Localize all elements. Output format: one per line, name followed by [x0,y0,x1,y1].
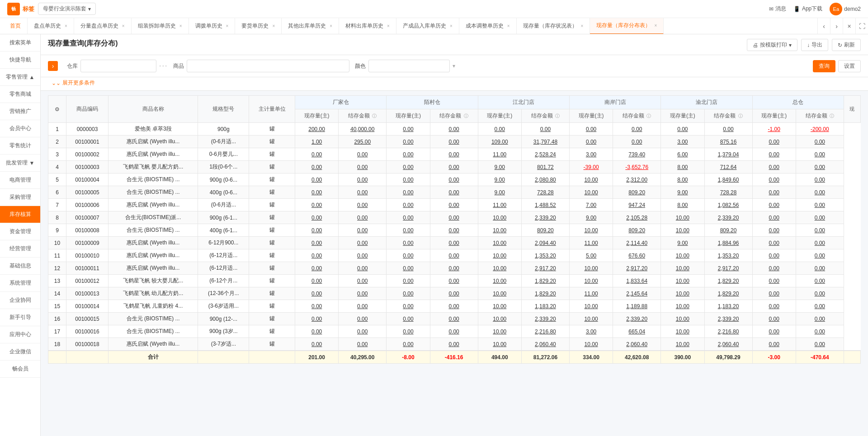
sidebar-item-basic[interactable]: 基础信息 [0,258,40,275]
th-yubei-amt: 结存金额 ⓘ [704,109,752,123]
tab-qita[interactable]: 其他出库单历史 × [282,18,339,34]
close-icon[interactable]: × [179,23,182,28]
warehouse-input[interactable] [80,60,156,72]
tab-pandian[interactable]: 盘点单历史 × [28,18,74,34]
th-factory-qty: 现存量(主) [295,109,338,123]
main-layout: 搜索英单 快捷导航 零售管理 ▲ 零售商城 营销推广 会员中心 零售统计 批发管… [0,34,868,436]
sidebar-item-member[interactable]: 会员中心 [0,120,40,137]
sidebar-item-operations[interactable]: 经营管理 [0,240,40,258]
sidebar-item-purchase[interactable]: 采购管理 [0,189,40,206]
nav-tabs: 首页 盘点单历史 × 分量盘点单历史 × 组装拆卸单历史 × 调拨单历史 × 要… [0,18,868,34]
sidebar-item-wholesale[interactable]: 批发管理 ▼ [0,155,40,172]
footer-total-amt: -470.64 [796,351,844,364]
nav-left-btn[interactable]: ‹ [817,18,830,34]
tab-zuzhuang[interactable]: 组装拆卸单历史 × [132,18,189,34]
tab-cailiao[interactable]: 材料出库单历史 × [339,18,396,34]
sidebar-item-nav[interactable]: 快捷导航 [0,52,40,69]
page-header-actions: 🖨 按模版打印 ▾ ↓ 导出 ↻ 刷新 [747,39,861,55]
nav-expand-btn[interactable]: ⛶ [855,18,868,34]
nav-right-btn[interactable]: › [830,18,843,34]
sidebar-item-search[interactable]: 搜索英单 [0,34,40,52]
table-row: 10000003爱他美 卓萃3段900g罐200.0040,000.000.00… [48,123,861,136]
tab-kucun-dist[interactable]: 现存量（库存分布表） × [590,18,664,34]
th-spec: 规格型号 [198,96,249,123]
print-btn[interactable]: 🖨 按模版打印 ▾ [747,39,797,51]
table-row: 300100002惠氏启赋 (Wyeth illu...0-6月婴儿...罐0.… [48,148,861,161]
industry-selector[interactable]: 母婴行业演示陈套 ▾ [38,3,96,15]
footer-yubei-amt: 49,798.29 [704,351,752,364]
page-title: 现存量查询(库存分布) [48,39,118,48]
settings-btn[interactable]: 设置 [838,60,861,72]
sidebar-item-finance[interactable]: 资金管理 [0,223,40,240]
query-btn[interactable]: 查询 [813,60,835,72]
footer-mucun-qty: -8.00 [387,351,430,364]
tab-home[interactable]: 首页 [4,18,28,34]
sidebar-item-mall[interactable]: 零售商城 [0,86,40,103]
close-icon[interactable]: × [387,23,390,28]
color-input[interactable] [368,60,450,72]
tab-kucun-status[interactable]: 现存量（库存状况表） × [517,18,590,34]
close-icon[interactable]: × [65,23,67,28]
sidebar-item-collab[interactable]: 企业协同 [0,292,40,309]
table-row: 700100006惠氏启赋 (Wyeth illu...(0-6月适...罐0.… [48,199,861,211]
sidebar-item-ecommerce[interactable]: 电商管理 [0,172,40,189]
table-row: 1200100011惠氏启赋 (Wyeth illu...(6-12月适...罐… [48,262,861,275]
goods-label: 商品 [173,62,184,70]
close-icon[interactable]: × [122,23,125,28]
table-row: 600100005合生元 (BIOSTIME) ...400g (0-6...罐… [48,186,861,199]
close-icon[interactable]: × [226,23,229,28]
sidebar-item-wechat[interactable]: 企业微信 [0,343,40,361]
th-nanan-amt: 结存金额 ⓘ [613,109,661,123]
footer-factory-qty: 201.00 [295,351,338,364]
close-icon[interactable]: × [330,23,332,28]
download-icon: 📱 [793,6,800,12]
tab-chengpin[interactable]: 产成品入库单历史 × [396,18,459,34]
app-download-btn[interactable]: 📱 App下载 [793,5,822,13]
sidebar: 搜索英单 快捷导航 零售管理 ▲ 零售商城 营销推广 会员中心 零售统计 批发管… [0,34,41,436]
close-icon[interactable]: × [507,23,510,28]
refresh-btn[interactable]: ↻ 刷新 [832,39,861,51]
sidebar-item-member2[interactable]: 畅会员 [0,361,40,378]
chevron-icon: ▼ [29,160,35,166]
close-icon[interactable]: × [654,23,657,28]
tab-yaohuo[interactable]: 要货单历史 × [235,18,282,34]
tab-chengben[interactable]: 成本调整单历史 × [459,18,517,34]
footer-nanan-qty: 334.00 [569,351,613,364]
footer-nanan-amt: 42,620.08 [613,351,661,364]
logo-area: 畅 标签 [7,3,34,15]
th-current: 现 [844,96,860,123]
close-icon[interactable]: × [272,23,275,28]
expand-conditions[interactable]: ⌄⌄ 展开更多条件 [52,79,95,87]
message-icon: ✉ [769,6,774,12]
close-icon[interactable]: × [450,23,453,28]
user-menu[interactable]: Ea demo2 [830,3,861,15]
sidebar-item-retail-stat[interactable]: 零售统计 [0,137,40,155]
page-header: 现存量查询(库存分布) 🖨 按模版打印 ▾ ↓ 导出 ↻ 刷新 [41,34,868,55]
sidebar-item-guide[interactable]: 新手引导 [0,309,40,326]
message-btn[interactable]: ✉ 消息 [769,5,786,13]
th-jiangbei-amt: 结存金额 ⓘ [521,109,569,123]
collapse-btn[interactable]: › [48,61,58,71]
table-row: 500100004合生元 (BIOSTIME) ...900g (0-6...罐… [48,173,861,186]
sidebar-item-inventory[interactable]: 库存核算 [0,206,40,223]
table-row: 1800100018惠氏启赋 (Wyeth illu...(3-7岁适...罐0… [48,338,861,351]
nav-close-btn[interactable]: × [843,18,855,34]
chevron-down-icon: ▾ [88,6,91,12]
export-btn[interactable]: ↓ 导出 [801,39,828,51]
th-yubei-qty: 现存量(主) [661,109,704,123]
th-mucun-amt: 结存金额 ⓘ [430,109,478,123]
tab-fenliang[interactable]: 分量盘点单历史 × [74,18,132,34]
sidebar-item-apps[interactable]: 应用中心 [0,326,40,343]
table-row: 1600100015合生元 (BIOSTIME) ...900g (12-...… [48,313,861,325]
goods-input[interactable]: babycare孕妇待产包 春季入院全套母子组合孕妇产后冬季月子用品 22件套 … [187,60,349,72]
th-total: 总仓 [752,96,844,109]
search-bar: › 仓库 ··· 商品 babycare孕妇待产包 春季入院全套母子组合孕妇产后… [41,55,868,77]
close-icon[interactable]: × [581,23,584,28]
sidebar-item-system[interactable]: 系统管理 [0,275,40,292]
tab-diaob[interactable]: 调拨单历史 × [189,18,236,34]
top-bar-right: ✉ 消息 📱 App下载 Ea demo2 [769,3,861,15]
th-settings[interactable]: ⚙ [48,96,66,123]
sidebar-item-retail[interactable]: 零售管理 ▲ [0,69,40,86]
sidebar-item-marketing[interactable]: 营销推广 [0,103,40,120]
footer-factory-amt: 40,295.00 [339,351,387,364]
